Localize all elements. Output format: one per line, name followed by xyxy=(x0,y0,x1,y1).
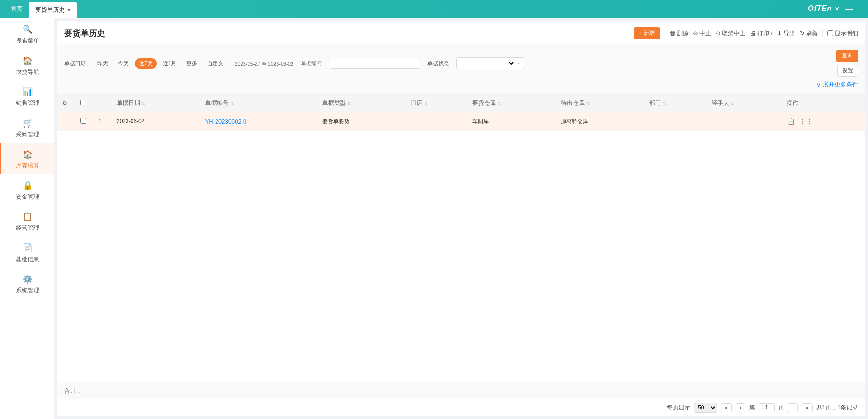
th-checkbox[interactable] xyxy=(75,95,93,112)
date-btn-more[interactable]: 更多 xyxy=(182,58,201,69)
expand-btn-label: 展开更多条件 xyxy=(823,81,858,89)
prev-page-btn[interactable]: ‹ xyxy=(736,403,745,412)
page-title: 要货单历史 xyxy=(64,28,105,39)
date-btn-yesterday[interactable]: 昨天 xyxy=(93,58,112,69)
per-page-select[interactable]: 50 10 20 100 xyxy=(694,403,717,413)
row-doc-number[interactable]: YH-20230602-0 xyxy=(200,112,317,131)
refresh-icon: ↻ xyxy=(800,30,805,37)
sidebar-item-operations[interactable]: 📋 经营管理 xyxy=(0,205,54,237)
tab-requisition-history[interactable]: 要货单历史 × xyxy=(29,2,77,18)
sidebar-item-sales[interactable]: 📊 销售管理 xyxy=(0,81,54,112)
chevron-expand-icon: ∨ xyxy=(816,81,821,88)
doc-status-select[interactable] xyxy=(460,60,515,67)
window-maximize-btn[interactable]: □ xyxy=(859,5,863,13)
cancel-stop-button[interactable]: ⊙ 取消中止 xyxy=(716,29,745,38)
doc-number-input[interactable] xyxy=(330,58,420,69)
row-department xyxy=(644,112,706,131)
row-num: 1 xyxy=(93,112,111,131)
sidebar-item-quick-nav[interactable]: 🏠 快捷导航 xyxy=(0,49,54,81)
doc-status-label: 单据状态 xyxy=(427,60,449,67)
delete-button[interactable]: 🗑 删除 xyxy=(670,29,689,38)
settings-button[interactable]: 设置 xyxy=(837,65,858,77)
print-button[interactable]: 🖨 打印 ▾ xyxy=(750,29,773,38)
select-all-checkbox[interactable] xyxy=(80,100,86,105)
row-actions: 📋 ⋮⋮ xyxy=(781,112,865,131)
show-detail-checkbox[interactable] xyxy=(827,30,833,36)
date-btn-1month[interactable]: 近1月 xyxy=(159,58,181,69)
page-input[interactable] xyxy=(759,403,775,412)
th-store[interactable]: 门店 ⇅ xyxy=(405,95,467,112)
operations-icon: 📋 xyxy=(23,212,33,222)
first-page-btn[interactable]: « xyxy=(721,403,732,412)
sidebar-item-purchase[interactable]: 🛒 采购管理 xyxy=(0,112,54,143)
th-pending-warehouse-label: 待出仓库 xyxy=(561,100,585,106)
window-close-btn[interactable]: × xyxy=(835,5,839,13)
row-date: 2023-06-02 xyxy=(111,112,200,131)
query-button[interactable]: 查询 xyxy=(836,50,858,62)
th-handler-label: 经手人 xyxy=(712,100,729,106)
table-body: 1 2023-06-02 YH-20230602-0 要货单要货 车间库 原材料… xyxy=(57,112,865,131)
th-department[interactable]: 部门 ⇅ xyxy=(644,95,706,112)
table-footer: 合计： xyxy=(57,383,865,399)
total-label: 合计： xyxy=(64,387,82,394)
refresh-label: 刷新 xyxy=(806,29,818,38)
sidebar-item-system[interactable]: ⚙️ 系统管理 xyxy=(0,268,54,299)
per-page-label: 每页显示 xyxy=(667,404,690,412)
row-more-icon[interactable]: ⋮⋮ xyxy=(799,117,813,126)
th-settings[interactable]: ⚙ xyxy=(57,95,75,112)
sidebar-item-finance[interactable]: 🔒 资金管理 xyxy=(0,174,54,205)
row-doc-type: 要货单要货 xyxy=(317,112,406,131)
row-select-checkbox[interactable] xyxy=(80,118,86,124)
next-page-btn[interactable]: › xyxy=(788,403,798,412)
add-button[interactable]: + 新增 xyxy=(634,27,660,39)
sidebar-item-quick-nav-label: 快捷导航 xyxy=(16,68,39,76)
date-btn-custom[interactable]: 自定义 xyxy=(203,58,227,69)
sidebar-item-basic-info[interactable]: 📄 基础信息 xyxy=(0,237,54,268)
expand-more-btn[interactable]: ∨ 展开更多条件 xyxy=(816,81,858,89)
th-doc-type[interactable]: 单据类型 ⇅ xyxy=(317,95,406,112)
th-store-label: 门店 xyxy=(410,100,422,106)
row-edit-icon[interactable]: 📋 xyxy=(787,117,796,126)
row-checkbox[interactable] xyxy=(75,112,93,131)
th-pending-warehouse[interactable]: 待出仓库 ⇅ xyxy=(556,95,644,112)
show-detail-label: 显示明细 xyxy=(835,29,858,38)
page-suffix: 页 xyxy=(778,404,784,412)
sort-store-icon: ⇅ xyxy=(424,101,428,106)
th-operations: 操作 xyxy=(781,95,865,112)
page-header: 要货单历史 + 新增 🗑 删除 ⊘ 中止 ⊙ 取消中止 🖨 打 xyxy=(57,21,865,44)
th-handler[interactable]: 经手人 ⇅ xyxy=(706,95,781,112)
tab-home[interactable]: 首页 xyxy=(5,0,29,18)
delete-label: 删除 xyxy=(677,29,689,38)
purchase-icon: 🛒 xyxy=(23,118,33,128)
doc-status-select-wrapper[interactable]: ▾ xyxy=(456,57,524,69)
sort-pendingwh-icon: ⇅ xyxy=(586,101,590,106)
tab-requisition-label: 要货单历史 xyxy=(35,6,65,14)
th-doc-number-label: 单据编号 xyxy=(205,100,229,106)
refresh-button[interactable]: ↻ 刷新 xyxy=(800,29,818,38)
show-detail-toggle[interactable]: 显示明细 xyxy=(827,29,858,38)
print-label: 打印 xyxy=(757,29,769,38)
th-req-warehouse[interactable]: 要货仓库 ⇅ xyxy=(467,95,556,112)
date-btn-today[interactable]: 今天 xyxy=(114,58,133,69)
tab-close-icon[interactable]: × xyxy=(67,7,71,13)
filter-area: 单据日期 昨天 今天 近7天 近1月 更多 自定义 2023-05-27 至 2… xyxy=(57,44,865,95)
sidebar-item-inventory[interactable]: 🏠 库存核算 xyxy=(0,143,54,174)
th-doc-number[interactable]: 单据编号 ⇅ xyxy=(200,95,317,112)
th-date[interactable]: 单据日期 ⇅ xyxy=(111,95,200,112)
filter-row: 单据日期 昨天 今天 近7天 近1月 更多 自定义 2023-05-27 至 2… xyxy=(64,50,858,77)
sidebar-item-finance-label: 资金管理 xyxy=(16,193,39,201)
th-req-warehouse-label: 要货仓库 xyxy=(472,100,496,106)
sidebar-item-search[interactable]: 🔍 搜索菜单 xyxy=(0,18,54,49)
stop-button[interactable]: ⊘ 中止 xyxy=(693,29,711,38)
basic-info-icon: 📄 xyxy=(23,243,33,253)
sidebar-item-search-label: 搜索菜单 xyxy=(16,37,39,45)
doc-number-link[interactable]: YH-20230602-0 xyxy=(205,118,247,125)
th-department-label: 部门 xyxy=(649,100,661,106)
sort-docnumber-icon: ⇅ xyxy=(230,101,234,106)
last-page-btn[interactable]: » xyxy=(802,403,813,412)
sidebar-item-inventory-label: 库存核算 xyxy=(16,162,39,170)
window-minimize-btn[interactable]: — xyxy=(845,5,853,13)
table-header: ⚙ 单据日期 ⇅ 单据编号 ⇅ 单据类型 ⇅ xyxy=(57,95,865,112)
export-button[interactable]: ⬇ 导出 xyxy=(777,29,795,38)
date-btn-7days[interactable]: 近7天 xyxy=(135,58,157,69)
